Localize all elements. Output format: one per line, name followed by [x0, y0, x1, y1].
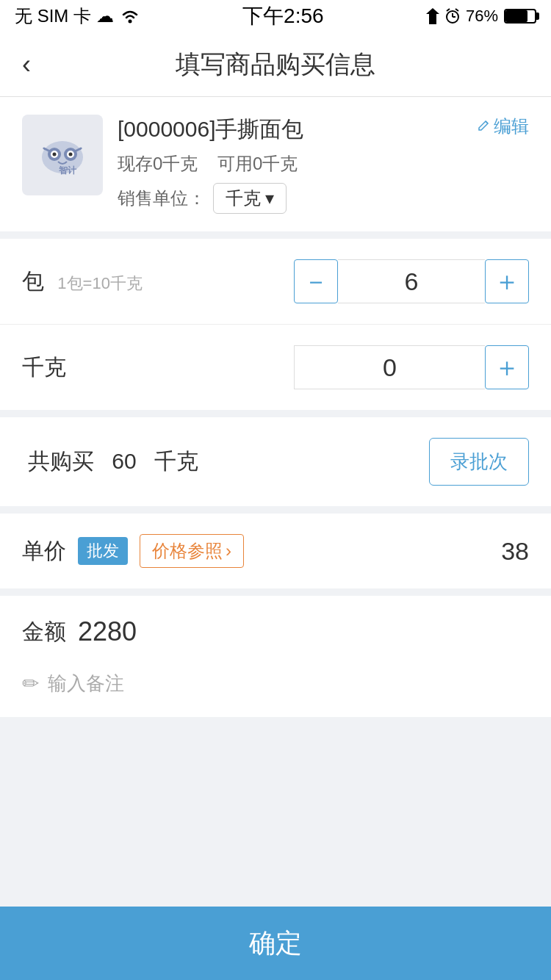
package-decrease-button[interactable]: － — [294, 259, 338, 303]
svg-point-0 — [128, 20, 132, 24]
kg-qty-row: 千克 ＋ — [0, 325, 551, 410]
wifi-icon — [120, 9, 140, 24]
nav-bar: ‹ 填写商品购买信息 — [0, 32, 551, 97]
battery-icon — [504, 9, 536, 24]
package-label: 包 1包=10千克 — [22, 267, 294, 297]
no-sim-label: 无 SIM 卡 ☁ — [15, 4, 114, 28]
price-value: 38 — [501, 537, 529, 566]
pencil-icon: ✏ — [22, 671, 39, 696]
product-thumbnail: 智计 — [22, 115, 103, 195]
total-text: 共购买 60 千克 — [22, 447, 204, 477]
svg-line-12 — [486, 121, 488, 123]
batch-button[interactable]: 录批次 — [429, 438, 529, 486]
confirm-button[interactable]: 确定 — [0, 907, 551, 980]
edit-icon — [478, 120, 491, 133]
product-info: [0000006]手撕面包 编辑 现存0千克 可用0千克 销售单位： 千克 ▾ — [118, 115, 529, 214]
amount-label: 金额 — [22, 617, 66, 647]
price-section: 单价 批发 价格参照 › 38 — [0, 514, 551, 596]
owl-logo-icon: 智计 — [37, 135, 88, 176]
edit-button[interactable]: 编辑 — [478, 115, 529, 138]
product-unit: 销售单位： 千克 ▾ — [118, 183, 529, 214]
product-stock: 现存0千克 可用0千克 — [118, 152, 529, 176]
product-name: [0000006]手撕面包 — [118, 115, 303, 145]
alarm-icon — [445, 8, 460, 24]
total-row: 共购买 60 千克 录批次 — [0, 417, 551, 514]
amount-value: 2280 — [78, 616, 137, 647]
page-title: 填写商品购买信息 — [176, 48, 375, 82]
status-right: 76% — [426, 7, 536, 26]
price-tag: 批发 — [78, 537, 128, 565]
svg-point-10 — [69, 152, 73, 156]
price-ref-button[interactable]: 价格参照 › — [140, 534, 244, 568]
svg-point-9 — [53, 152, 57, 156]
kg-label: 千克 — [22, 353, 294, 383]
status-time: 下午2:56 — [242, 2, 324, 30]
amount-section: 金额 2280 ✏ 输入备注 — [0, 596, 551, 724]
status-left: 无 SIM 卡 ☁ — [15, 4, 140, 28]
unit-select[interactable]: 千克 ▾ — [213, 183, 287, 214]
price-row: 单价 批发 价格参照 › 38 — [0, 514, 551, 588]
note-placeholder: 输入备注 — [48, 671, 124, 696]
battery-percent: 76% — [466, 7, 498, 26]
quantity-section: 包 1包=10千克 － ＋ 千克 ＋ — [0, 239, 551, 417]
location-icon — [426, 8, 439, 24]
back-button[interactable]: ‹ — [15, 42, 38, 87]
amount-row: 金额 2280 — [22, 616, 529, 647]
package-increase-button[interactable]: ＋ — [485, 259, 529, 303]
note-row[interactable]: ✏ 输入备注 — [22, 659, 529, 717]
kg-qty-controls: ＋ — [294, 345, 529, 389]
price-label: 单价 — [22, 536, 66, 566]
package-qty-row: 包 1包=10千克 － ＋ — [0, 239, 551, 325]
svg-text:智计: 智计 — [58, 165, 77, 176]
package-qty-controls: － ＋ — [294, 259, 529, 303]
kg-increase-button[interactable]: ＋ — [485, 345, 529, 389]
product-card: 智计 [0000006]手撕面包 编辑 现存0千克 可用0千克 销售单位： 千克… — [0, 97, 551, 239]
status-bar: 无 SIM 卡 ☁ 下午2:56 76% — [0, 0, 551, 32]
package-qty-input[interactable] — [338, 259, 485, 303]
kg-qty-input[interactable] — [294, 345, 485, 389]
